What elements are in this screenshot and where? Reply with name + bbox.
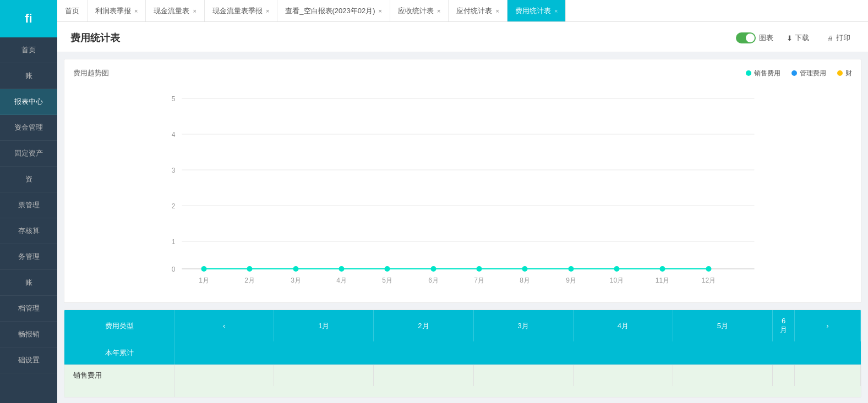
- sidebar-item-inventory[interactable]: 存核算: [0, 218, 57, 244]
- tab-bar: 首页 利润表季报 × 现金流量表 × 现金流量表季报 × 查看_空白报表(202…: [57, 0, 868, 22]
- svg-text:4月: 4月: [336, 277, 347, 284]
- td-m2: [374, 365, 473, 386]
- sidebar-item-reports[interactable]: 报表中心: [0, 89, 57, 115]
- svg-point-24: [706, 266, 712, 272]
- sidebar-item-archive[interactable]: 档管理: [0, 296, 57, 322]
- toggle-label-text: 图表: [759, 33, 773, 43]
- table-section: 费用类型 ‹ 1月 2月 3月 4月 5月 6月 › 本年累计 销售费用: [64, 310, 861, 398]
- svg-text:12月: 12月: [702, 277, 716, 284]
- svg-point-22: [614, 266, 620, 272]
- svg-text:0: 0: [172, 266, 176, 273]
- toggle-switch[interactable]: [736, 32, 756, 43]
- td-m5: [673, 365, 773, 386]
- td-ytd: [64, 386, 174, 397]
- svg-text:7月: 7月: [474, 277, 484, 284]
- page-title: 费用统计表: [70, 31, 120, 45]
- legend-admin: 管理费用: [791, 69, 826, 78]
- legend-finance: 财: [837, 69, 852, 78]
- tab-close-cashflow[interactable]: ×: [193, 8, 196, 14]
- sidebar-item-assets[interactable]: 固定资产: [0, 141, 57, 167]
- svg-text:4: 4: [172, 131, 176, 139]
- sidebar-item-expense[interactable]: 畅报销: [0, 322, 57, 347]
- svg-text:9月: 9月: [566, 277, 576, 284]
- table-row: 销售费用: [64, 365, 861, 397]
- td-total: [795, 365, 861, 386]
- th-nav-prev[interactable]: ‹: [174, 310, 274, 341]
- th-month1: 1月: [274, 310, 374, 341]
- tab-cashflow[interactable]: 现金流量表 ×: [146, 0, 204, 22]
- download-icon: ⬇: [787, 34, 793, 42]
- svg-text:3月: 3月: [291, 277, 301, 284]
- legend-label-admin: 管理费用: [800, 69, 826, 78]
- td-m3: [474, 365, 574, 386]
- th-month2: 2月: [374, 310, 473, 341]
- content-area: 费用统计表 图表 ⬇ 下载 🖨 打印 费用趋势图: [57, 22, 868, 403]
- td-m1: [274, 365, 374, 386]
- svg-text:11月: 11月: [656, 277, 669, 284]
- svg-point-14: [247, 266, 253, 272]
- svg-point-17: [385, 266, 390, 272]
- svg-text:10月: 10月: [610, 277, 624, 284]
- svg-point-21: [569, 266, 574, 272]
- legend-dot-sales: [746, 70, 751, 76]
- line-chart: 5 4 3 2 1 0: [73, 85, 852, 288]
- print-label: 打印: [836, 33, 850, 43]
- tab-receivable[interactable]: 应收统计表 ×: [390, 0, 449, 22]
- td-m6: [773, 365, 795, 386]
- td-m4: [574, 365, 673, 386]
- sidebar-item-account[interactable]: 账: [0, 63, 57, 89]
- tab-cashflow-quarterly[interactable]: 现金流量表季报 ×: [205, 0, 277, 22]
- sidebar-item-invoice[interactable]: 票管理: [0, 192, 57, 218]
- next-arrow-icon[interactable]: ›: [826, 322, 828, 330]
- sidebar-item-resource[interactable]: 资: [0, 167, 57, 192]
- print-button[interactable]: 🖨 打印: [822, 31, 855, 45]
- tab-close-cashflow-quarterly[interactable]: ×: [266, 8, 269, 14]
- sidebar-item-home[interactable]: 首页: [0, 37, 57, 63]
- sidebar: fi 首页 账 报表中心 资金管理 固定资产 资 票管理 存核算 务管理 账 档…: [0, 0, 57, 403]
- svg-text:5: 5: [172, 95, 176, 103]
- tab-close-receivable[interactable]: ×: [437, 8, 440, 14]
- download-label: 下载: [795, 33, 809, 43]
- th-type: 费用类型: [64, 310, 174, 341]
- sidebar-item-service[interactable]: 务管理: [0, 244, 57, 270]
- svg-point-19: [477, 266, 482, 272]
- td-type: 销售费用: [64, 365, 174, 386]
- th-month4: 4月: [574, 310, 673, 341]
- svg-point-23: [660, 266, 665, 272]
- table-header: 费用类型 ‹ 1月 2月 3月 4月 5月 6月 › 本年累计: [64, 310, 861, 365]
- chart-legend: 销售费用 管理费用 财: [746, 69, 852, 78]
- tab-close-blank-report[interactable]: ×: [379, 8, 382, 14]
- svg-point-16: [339, 266, 345, 272]
- page-header: 费用统计表 图表 ⬇ 下载 🖨 打印: [57, 22, 868, 52]
- main-area: 首页 利润表季报 × 现金流量表 × 现金流量表季报 × 查看_空白报表(202…: [57, 0, 868, 403]
- th-nav-next[interactable]: ›: [795, 310, 861, 341]
- tab-payable[interactable]: 应付统计表 ×: [449, 0, 507, 22]
- tab-expense[interactable]: 费用统计表 ×: [507, 0, 566, 22]
- th-month6: 6月: [773, 310, 795, 341]
- tab-profit-quarterly[interactable]: 利润表季报 ×: [88, 0, 146, 22]
- download-button[interactable]: ⬇ 下载: [782, 31, 814, 45]
- tab-home[interactable]: 首页: [57, 0, 88, 22]
- svg-text:2月: 2月: [244, 277, 255, 284]
- chart-title: 费用趋势图: [73, 68, 109, 78]
- tab-close-profit-quarterly[interactable]: ×: [134, 8, 138, 14]
- chart-toggle[interactable]: 图表: [736, 32, 773, 43]
- header-actions: 图表 ⬇ 下载 🖨 打印: [736, 31, 855, 45]
- sidebar-item-settings[interactable]: 础设置: [0, 347, 57, 373]
- tab-close-payable[interactable]: ×: [495, 8, 499, 14]
- td-empty-nav: [174, 365, 274, 386]
- svg-point-15: [293, 266, 299, 272]
- th-total: 本年累计: [64, 341, 174, 365]
- legend-label-sales: 销售费用: [754, 69, 780, 78]
- svg-text:6月: 6月: [428, 277, 439, 284]
- prev-arrow-icon[interactable]: ‹: [223, 322, 225, 330]
- svg-point-18: [431, 266, 436, 272]
- sidebar-item-ledger[interactable]: 账: [0, 270, 57, 296]
- svg-text:5月: 5月: [382, 277, 392, 284]
- print-icon: 🖨: [827, 34, 834, 42]
- sidebar-item-fund[interactable]: 资金管理: [0, 115, 57, 141]
- legend-dot-admin: [791, 70, 797, 76]
- tab-close-expense[interactable]: ×: [554, 8, 558, 14]
- tab-blank-report[interactable]: 查看_空白报表(2023年02月) ×: [277, 0, 390, 22]
- svg-text:2: 2: [172, 202, 176, 210]
